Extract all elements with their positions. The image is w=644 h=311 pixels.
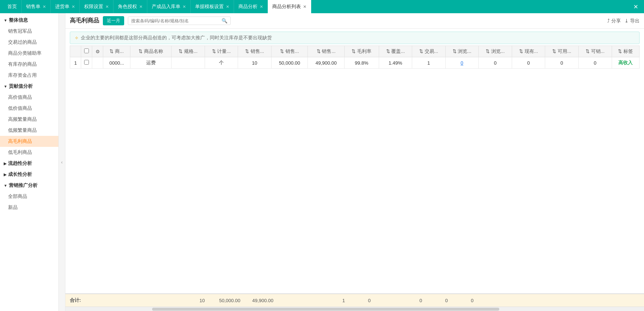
cell-settings (92, 57, 103, 69)
sidebar-item-all-products[interactable]: 全部商品 (0, 191, 58, 202)
sidebar-item-traded[interactable]: 交易过的商品 (0, 37, 58, 48)
top-nav: 首页 销售单 ✕ 进货单 ✕ 权限设置 ✕ 角色授权 ✕ 产成品入库单 ✕ 单据… (0, 0, 644, 13)
footer-view1: 0 (356, 298, 382, 303)
sidebar-item-high-freq[interactable]: 高频繁量商品 (0, 114, 58, 125)
sort-icon-11[interactable]: ⇅ (453, 48, 457, 54)
sort-icon-2[interactable]: ⇅ (138, 48, 143, 54)
sort-icon-8[interactable]: ⇅ (352, 48, 356, 54)
col-usable: ⇅ 可用... (545, 46, 579, 57)
sidebar-group-growth-analysis[interactable]: ▶ 成长性分析 (0, 169, 58, 180)
cell-sales-qty: 10 (238, 57, 271, 69)
tab-purchase-order[interactable]: 进货单 ✕ (51, 0, 80, 13)
col-name: ⇅ 商品名称 (130, 46, 172, 57)
sidebar-item-high-margin[interactable]: 高毛利商品 (0, 136, 58, 147)
sidebar-item-low-margin[interactable]: 低毛利商品 (0, 147, 58, 158)
sort-icon-16[interactable]: ⇅ (618, 48, 622, 54)
close-permissions[interactable]: ✕ (105, 4, 109, 9)
tab-sales-order[interactable]: 销售单 ✕ (22, 0, 51, 13)
share-icon: ⤴ (607, 18, 610, 23)
chevron-left-icon: ‹ (61, 159, 62, 165)
sort-icon-15[interactable]: ⇅ (586, 48, 590, 54)
horizontal-scrollbar[interactable] (65, 307, 644, 311)
cell-usable: 0 (545, 57, 579, 69)
sidebar-collapse-button[interactable]: ‹ (59, 13, 65, 311)
cell-available: 0 (512, 57, 545, 69)
col-sales-profit: ⇅ 销售... (308, 46, 345, 57)
sort-icon-5[interactable]: ⇅ (245, 48, 249, 54)
sort-icon-10[interactable]: ⇅ (419, 48, 423, 54)
col-check (81, 46, 92, 57)
footer-sales-amount: 50,000.00 (213, 298, 246, 303)
sidebar-group-marketing-analysis[interactable]: ▼ 营销推广分析 (0, 180, 58, 191)
cell-spec (172, 57, 205, 69)
chevron-right-icon-2: ▶ (4, 173, 7, 177)
data-table: ⚙ ⇅ 商... ⇅ 商品名称 ⇅ 规格... ⇅ 计量... ⇅ 销售... … (70, 46, 640, 69)
sidebar-item-low-value[interactable]: 低价值商品 (0, 103, 58, 114)
tab-template-settings[interactable]: 单据模板设置 ✕ (191, 0, 234, 13)
cell-view1[interactable]: 0 (445, 57, 479, 69)
close-product-analysis[interactable]: ✕ (260, 4, 263, 9)
sidebar-item-has-inventory[interactable]: 有库存的商品 (0, 59, 58, 70)
col-tag: ⇅ 标签 (612, 46, 639, 57)
sort-icon-7[interactable]: ⇅ (317, 48, 321, 54)
table-footer: 合计: 10 50,000.00 49,900.00 1 0 0 0 0 (65, 293, 644, 307)
sort-icon-3[interactable]: ⇅ (179, 48, 183, 54)
content-header: 高毛利商品 近一月 🔍 ⤴ 分享 ⤓ 导出 (65, 13, 644, 29)
footer-sellable: 0 (459, 298, 485, 303)
sort-icon-13[interactable]: ⇅ (519, 48, 523, 54)
col-code: ⇅ 商... (103, 46, 130, 57)
tab-product-entry[interactable]: 产成品入库单 ✕ (147, 0, 191, 13)
sort-icon-12[interactable]: ⇅ (486, 48, 490, 54)
sort-icon[interactable]: ⇅ (109, 48, 114, 54)
search-input[interactable] (131, 18, 222, 23)
col-transaction: ⇅ 交易... (412, 46, 446, 57)
sidebar-item-inventory-share[interactable]: 库存资金占用 (0, 70, 58, 81)
col-settings[interactable]: ⚙ (92, 46, 103, 57)
search-box: 🔍 (128, 17, 231, 25)
close-all-button[interactable]: ✕ (630, 3, 641, 10)
sidebar-item-low-freq[interactable]: 低频繁量商品 (0, 125, 58, 136)
chevron-down-icon: ▼ (4, 18, 7, 22)
sidebar-item-new-products[interactable]: 新品 (0, 202, 58, 213)
settings-icon: ⚙ (96, 49, 100, 54)
export-button[interactable]: ⤓ 导出 (625, 18, 640, 24)
cell-check[interactable] (81, 57, 92, 69)
tab-permissions[interactable]: 权限设置 ✕ (80, 0, 114, 13)
share-button[interactable]: ⤴ 分享 (607, 18, 621, 24)
footer-sales-profit: 49,900.00 (246, 298, 279, 303)
close-product-analysis-list[interactable]: ✕ (303, 4, 306, 9)
sidebar-item-analysis-assist[interactable]: 商品分类辅助率 (0, 48, 58, 59)
filter-month-button[interactable]: 近一月 (103, 16, 124, 25)
tab-home[interactable]: 首页 (3, 0, 22, 13)
sort-icon-4[interactable]: ⇅ (212, 48, 216, 54)
col-index (70, 46, 81, 57)
close-sales-order[interactable]: ✕ (43, 4, 46, 9)
sidebar-item-sales-ranking[interactable]: 销售冠军品 (0, 26, 58, 37)
tab-product-analysis[interactable]: 商品分析 ✕ (234, 0, 268, 13)
sort-icon-6[interactable]: ⇅ (280, 48, 284, 54)
close-role-permissions[interactable]: ✕ (139, 4, 143, 9)
cell-transaction: 1 (412, 57, 446, 69)
select-all-checkbox[interactable] (84, 48, 89, 53)
sidebar-item-high-value[interactable]: 高价值商品 (0, 92, 58, 103)
row-checkbox[interactable] (84, 60, 89, 65)
table-row: 1 0000... 运费 个 10 50,000.00 49,900.00 99… (70, 57, 640, 69)
tab-role-permissions[interactable]: 角色授权 ✕ (114, 0, 147, 13)
search-icon[interactable]: 🔍 (222, 18, 227, 23)
sidebar-group-trend-analysis[interactable]: ▶ 流趋性分析 (0, 158, 58, 169)
tab-product-analysis-list[interactable]: 商品分析列表 ✕ (268, 0, 311, 13)
close-template-settings[interactable]: ✕ (226, 4, 229, 9)
sidebar-group-wealth-analysis[interactable]: ▼ 贡献值分析 (0, 81, 58, 92)
close-product-entry[interactable]: ✕ (183, 4, 186, 9)
cell-index: 1 (70, 57, 81, 69)
sort-icon-9[interactable]: ⇅ (386, 48, 390, 54)
col-sales-amount: ⇅ 销售... (271, 46, 308, 57)
chevron-down-icon-3: ▼ (4, 184, 7, 188)
alert-icon: ✧ (75, 35, 79, 41)
sidebar-group-overall-info[interactable]: ▼ 整体信息 (0, 15, 58, 26)
close-purchase-order[interactable]: ✕ (72, 4, 75, 9)
footer-sales-qty: 10 (191, 298, 213, 303)
sort-icon-14[interactable]: ⇅ (552, 48, 556, 54)
footer-transaction: 1 (331, 298, 356, 303)
chevron-right-icon: ▶ (4, 162, 7, 166)
